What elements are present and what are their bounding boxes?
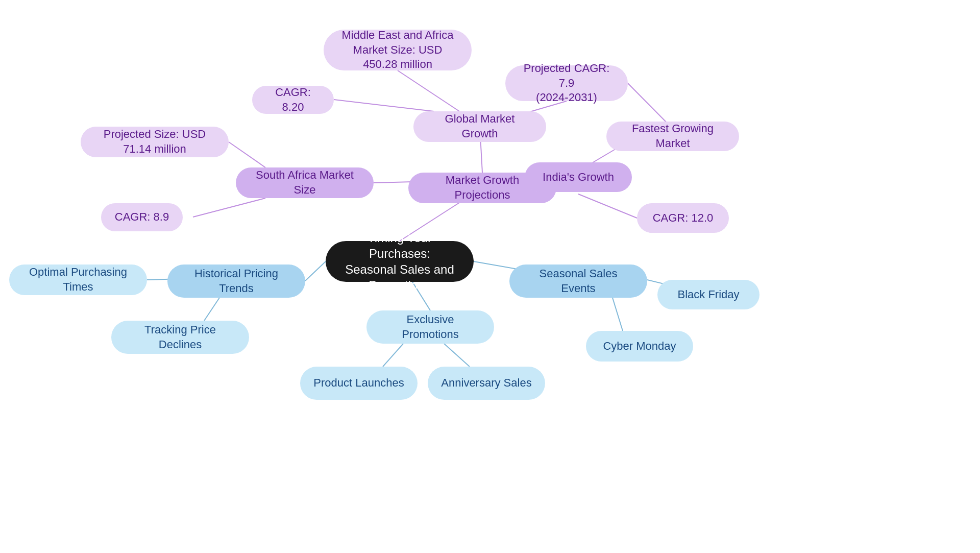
historical-pricing-label: Historical Pricing Trends	[180, 267, 293, 296]
south-africa-node: South Africa Market Size	[236, 167, 374, 198]
optimal-purchasing-node: Optimal Purchasing Times	[9, 265, 147, 295]
svg-line-7	[193, 198, 265, 217]
cyber-monday-label: Cyber Monday	[603, 339, 676, 354]
anniversary-sales-label: Anniversary Sales	[441, 376, 531, 391]
indias-growth-node: India's Growth	[525, 162, 632, 192]
cagr-820-label: CAGR: 8.20	[264, 85, 322, 114]
svg-line-17	[444, 344, 470, 367]
anniversary-sales-node: Anniversary Sales	[428, 367, 545, 400]
projected-cagr-label: Projected CAGR: 7.9 (2024-2031)	[518, 61, 616, 105]
svg-line-2	[398, 70, 459, 111]
svg-line-6	[229, 142, 265, 167]
cagr-12-node: CAGR: 12.0	[637, 203, 729, 233]
middle-east-africa-label: Middle East and Africa Market Size: USD …	[336, 28, 459, 72]
cagr-12-label: CAGR: 12.0	[653, 211, 714, 226]
tracking-price-label: Tracking Price Declines	[124, 323, 237, 352]
cagr-820-node: CAGR: 8.20	[252, 86, 334, 114]
middle-east-africa-node: Middle East and Africa Market Size: USD …	[324, 30, 472, 70]
svg-line-14	[204, 298, 219, 321]
cagr-89-node: CAGR: 8.9	[101, 203, 183, 231]
black-friday-label: Black Friday	[677, 287, 739, 302]
south-africa-label: South Africa Market Size	[248, 168, 361, 197]
seasonal-sales-label: Seasonal Sales Events	[522, 267, 635, 296]
svg-line-3	[334, 100, 434, 111]
center-node: Timing Your Purchases: Seasonal Sales an…	[326, 241, 474, 282]
fastest-growing-node: Fastest Growing Market	[606, 122, 739, 151]
seasonal-sales-node: Seasonal Sales Events	[509, 265, 647, 298]
cagr-89-label: CAGR: 8.9	[115, 210, 169, 225]
cyber-monday-node: Cyber Monday	[586, 331, 693, 362]
projected-cagr-node: Projected CAGR: 7.9 (2024-2031)	[505, 65, 628, 101]
global-market-growth-node: Global Market Growth	[413, 111, 546, 142]
optimal-purchasing-label: Optimal Purchasing Times	[21, 265, 135, 294]
svg-line-20	[612, 298, 623, 331]
product-launches-label: Product Launches	[313, 376, 404, 391]
center-label: Timing Your Purchases: Seasonal Sales an…	[338, 230, 461, 294]
svg-line-10	[578, 194, 637, 218]
svg-line-12	[305, 261, 326, 281]
svg-line-16	[383, 344, 403, 367]
global-market-growth-label: Global Market Growth	[426, 112, 534, 141]
black-friday-node: Black Friday	[657, 280, 760, 309]
product-launches-node: Product Launches	[300, 367, 418, 400]
projected-size-label: Projected Size: USD 71.14 million	[93, 127, 216, 156]
projected-size-node: Projected Size: USD 71.14 million	[81, 127, 229, 157]
fastest-growing-label: Fastest Growing Market	[619, 122, 727, 151]
tracking-price-node: Tracking Price Declines	[111, 321, 249, 354]
exclusive-promotions-node: Exclusive Promotions	[366, 310, 494, 344]
indias-growth-label: India's Growth	[543, 170, 614, 185]
historical-pricing-node: Historical Pricing Trends	[167, 265, 305, 298]
exclusive-promotions-label: Exclusive Promotions	[379, 312, 482, 342]
